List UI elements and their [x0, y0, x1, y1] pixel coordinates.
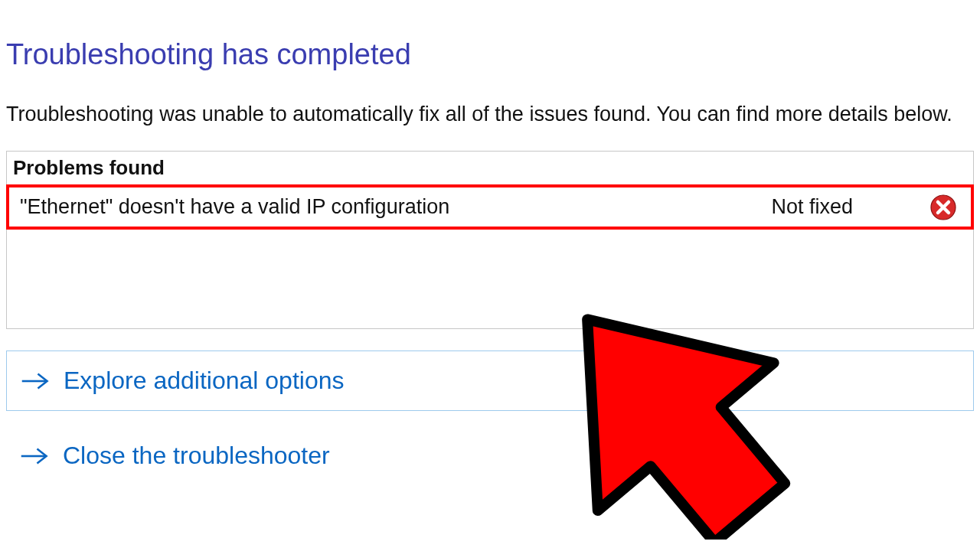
explore-options-button[interactable]: Explore additional options: [6, 350, 974, 411]
problems-found-box: Problems found "Ethernet" doesn't have a…: [6, 151, 974, 329]
problems-empty-area: [7, 229, 973, 328]
error-icon: [929, 194, 957, 221]
arrow-right-icon: [21, 370, 50, 392]
problems-header: Problems found: [7, 152, 973, 185]
problem-row[interactable]: "Ethernet" doesn't have a valid IP confi…: [6, 184, 974, 230]
svg-marker-6: [521, 295, 812, 540]
annotation-arrow-icon: [521, 295, 812, 540]
arrow-right-icon: [20, 445, 49, 467]
page-title: Troubleshooting has completed: [6, 38, 974, 71]
page-description: Troubleshooting was unable to automatica…: [6, 100, 974, 128]
problem-text: "Ethernet" doesn't have a valid IP confi…: [20, 195, 771, 219]
close-troubleshooter-label: Close the troubleshooter: [63, 442, 330, 470]
close-troubleshooter-button[interactable]: Close the troubleshooter: [6, 432, 974, 470]
explore-options-label: Explore additional options: [64, 367, 344, 395]
problem-status: Not fixed: [771, 195, 853, 219]
